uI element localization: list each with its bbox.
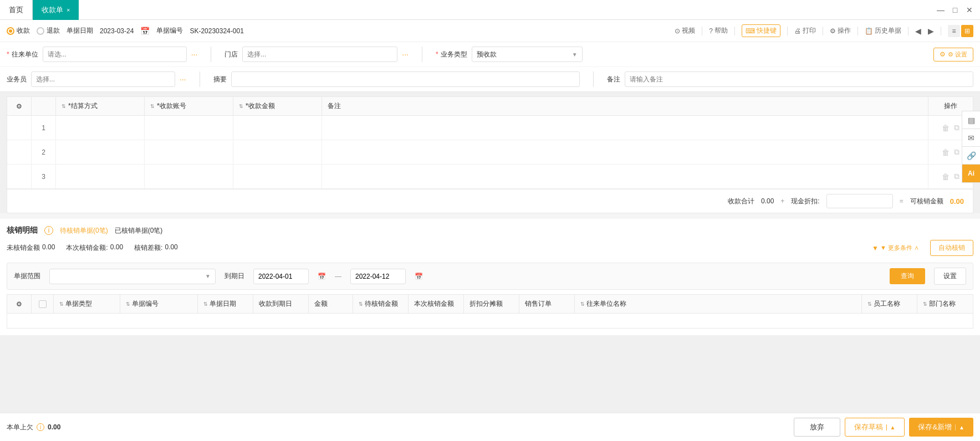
window-close-icon[interactable]: ✕: [963, 4, 976, 16]
video-btn[interactable]: ⊙视频: [675, 26, 695, 35]
plus-sign: +: [780, 197, 784, 205]
list-view-btn[interactable]: ≡: [948, 25, 960, 37]
sub-th-emp: ⇅ 员工名称: [862, 295, 917, 313]
row1-amount-input[interactable]: [236, 118, 319, 137]
calendar-start-icon[interactable]: 📅: [318, 273, 326, 280]
shortcut-btn[interactable]: ⌨快捷键: [742, 24, 780, 37]
summary-input[interactable]: [231, 71, 580, 87]
row3-amount-input[interactable]: [236, 167, 319, 186]
window-minimize-icon[interactable]: —: [935, 4, 947, 16]
summary-label: 摘要: [213, 75, 227, 84]
biz-type-select[interactable]: 预收款 ▼: [472, 47, 583, 62]
unverified-value: 0.00: [42, 243, 55, 253]
row3-delete-icon[interactable]: 🗑: [942, 172, 950, 181]
sub-th-pending: ⇅ 待核销金额: [353, 295, 409, 313]
radio-tuikuan[interactable]: 退款: [37, 26, 60, 35]
row3-settle-input[interactable]: [58, 167, 142, 186]
unverified-label: 未核销金额: [7, 243, 40, 253]
sub-th-settings[interactable]: ⚙: [7, 295, 32, 313]
filter-settings-btn[interactable]: 设置: [934, 268, 966, 285]
sub-th-num: ⇅ 单据编号: [120, 295, 198, 313]
print-btn[interactable]: 🖨打印: [794, 26, 816, 35]
row1-copy-icon[interactable]: ⧉: [954, 123, 959, 132]
radio-shoukuan[interactable]: 收款: [7, 26, 30, 35]
counterpart-label: 往来单位: [12, 50, 38, 59]
salesman-input[interactable]: [31, 71, 175, 87]
more-cond-btn[interactable]: ▼▼ 更多条件 ∧: [872, 244, 919, 252]
float-icon-link[interactable]: 🔗: [962, 147, 980, 165]
help-btn[interactable]: ?帮助: [709, 26, 728, 35]
row3-note-input[interactable]: [324, 167, 926, 186]
nav-tab-home[interactable]: 首页: [0, 0, 33, 20]
row1-account-input[interactable]: [147, 118, 231, 137]
tab-close-icon[interactable]: ×: [67, 7, 70, 13]
row2-delete-icon[interactable]: 🗑: [942, 148, 950, 157]
sub-th-dept: ⇅ 部门名称: [917, 295, 973, 313]
grid-view-btn[interactable]: ⊞: [961, 25, 973, 37]
th-amount: ⇅ *收款金额: [233, 97, 322, 115]
sub-th-amount: 金额: [309, 295, 353, 313]
row1-note-input[interactable]: [324, 118, 926, 137]
total-label: 收款合计: [728, 197, 754, 206]
salesman-ellipsis[interactable]: ···: [180, 75, 186, 84]
save-new-btn[interactable]: 保存&新增 ▲: [909, 418, 973, 437]
diff-value: 0.00: [165, 243, 177, 253]
sub-th-date: ⇅ 单据日期: [198, 295, 253, 313]
cash-disc-input[interactable]: [826, 194, 893, 208]
query-btn[interactable]: 查询: [890, 268, 925, 284]
nav-left-icon[interactable]: ◀: [915, 27, 921, 35]
th-account: ⇅ *收款账号: [145, 97, 233, 115]
ops-btn[interactable]: ⚙操作: [830, 26, 851, 35]
salesman-label: 业务员: [7, 75, 27, 84]
nav-right-icon[interactable]: ▶: [928, 27, 934, 35]
notes-input[interactable]: [625, 71, 973, 87]
th-row-num: [32, 97, 56, 115]
th-note: 备注: [322, 97, 928, 115]
done-tab[interactable]: 已核销单据(0笔): [115, 226, 163, 235]
sub-th-recvdate: 收款到期日: [253, 295, 309, 313]
save-draft-btn[interactable]: 保存草稿 ▲: [845, 418, 905, 437]
counterpart-ellipsis[interactable]: ···: [191, 50, 198, 59]
row3-copy-icon[interactable]: ⧉: [954, 172, 959, 181]
row2-account-input[interactable]: [147, 142, 231, 161]
row3-account-input[interactable]: [147, 167, 231, 186]
store-input[interactable]: [242, 47, 397, 62]
diff-label: 核销差额:: [134, 243, 162, 253]
history-btn[interactable]: 📋历史单据: [865, 26, 901, 35]
row2-settle-input[interactable]: [58, 142, 142, 161]
date-end-input[interactable]: [350, 269, 406, 284]
pending-tab[interactable]: 待核销单据(0笔): [60, 226, 108, 235]
calendar-end-icon[interactable]: 📅: [415, 273, 423, 280]
notes-label: 备注: [607, 75, 620, 84]
float-icon-table[interactable]: ▤: [962, 111, 980, 129]
row1-delete-icon[interactable]: 🗑: [942, 124, 950, 132]
calendar-icon[interactable]: 📅: [140, 27, 150, 35]
range-select[interactable]: ▼: [49, 269, 216, 284]
recon-title: 核销明细: [7, 225, 38, 235]
biz-type-label: 业务类型: [441, 50, 467, 59]
auto-recon-btn[interactable]: 自动核销: [930, 240, 973, 256]
net-value: 0.00: [950, 197, 964, 206]
net-label: 可核销金额: [910, 197, 943, 206]
date-value: 2023-03-24: [100, 27, 134, 35]
row2-copy-icon[interactable]: ⧉: [954, 147, 959, 157]
nav-tab-shoukudan[interactable]: 收款单 ×: [33, 0, 79, 20]
settings-btn[interactable]: ⚙⚙ 设置: [933, 48, 973, 61]
date-start-input[interactable]: [253, 269, 309, 284]
float-icon-ai[interactable]: Ai: [962, 165, 980, 182]
row1-settle-input[interactable]: [58, 118, 142, 137]
float-icon-message[interactable]: ✉: [962, 129, 980, 147]
row2-note-input[interactable]: [324, 142, 926, 161]
row2-amount-input[interactable]: [236, 142, 319, 161]
recon-info-icon[interactable]: i: [44, 226, 53, 235]
info-icon[interactable]: i: [37, 423, 44, 431]
window-maximize-icon[interactable]: □: [949, 4, 961, 16]
sub-th-name: ⇅ 往来单位名称: [575, 295, 862, 313]
th-settle: ⇅ *结算方式: [56, 97, 145, 115]
store-ellipsis[interactable]: ···: [402, 50, 409, 59]
this-order-label: 本单上欠: [7, 423, 33, 432]
th-settings[interactable]: ⚙: [7, 97, 32, 115]
sub-th-check[interactable]: [32, 295, 54, 313]
counterpart-input[interactable]: [43, 47, 187, 62]
abandon-btn[interactable]: 放弃: [794, 418, 840, 437]
